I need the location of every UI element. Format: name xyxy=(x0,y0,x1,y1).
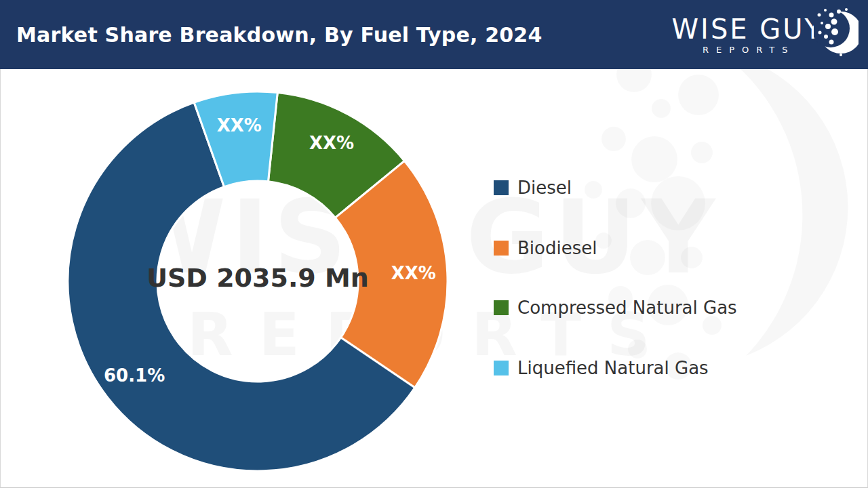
slice-label-biodiesel: XX% xyxy=(391,263,436,283)
legend-swatch-icon xyxy=(494,180,509,195)
logo-subtext: REPORTS xyxy=(672,45,823,55)
logo-wordmark: WISE GUY xyxy=(672,14,823,45)
legend-swatch-icon xyxy=(494,241,509,256)
legend-item-biodiesel: Biodiesel xyxy=(494,233,597,263)
slice-label-compressed-natural-gas: XX% xyxy=(309,133,354,153)
legend-swatch-icon xyxy=(494,300,509,315)
legend-item-liquefied-natural-gas: Liquefied Natural Gas xyxy=(494,353,709,383)
logo-text: WISE GUY REPORTS xyxy=(672,14,823,55)
legend-item-compressed-natural-gas: Compressed Natural Gas xyxy=(494,293,737,323)
slice-label-diesel: 60.1% xyxy=(104,365,165,386)
header-bar: Market Share Breakdown, By Fuel Type, 20… xyxy=(0,0,868,69)
page-title: Market Share Breakdown, By Fuel Type, 20… xyxy=(16,23,542,47)
donut-chart: XX%XX%60.1%XX% xyxy=(0,0,868,488)
legend-label: Compressed Natural Gas xyxy=(517,298,737,318)
logo-face-icon xyxy=(814,4,859,62)
wise-guy-reports-logo: WISE GUY REPORTS xyxy=(672,5,859,62)
legend-label: Diesel xyxy=(517,178,572,198)
chart-center-value: USD 2035.9 Mn xyxy=(146,263,369,293)
legend-label: Liquefied Natural Gas xyxy=(517,358,709,378)
legend-swatch-icon xyxy=(494,361,509,375)
legend-label: Biodiesel xyxy=(517,238,597,258)
legend-item-diesel: Diesel xyxy=(494,173,572,203)
slice-label-liquefied-natural-gas: XX% xyxy=(217,115,262,136)
